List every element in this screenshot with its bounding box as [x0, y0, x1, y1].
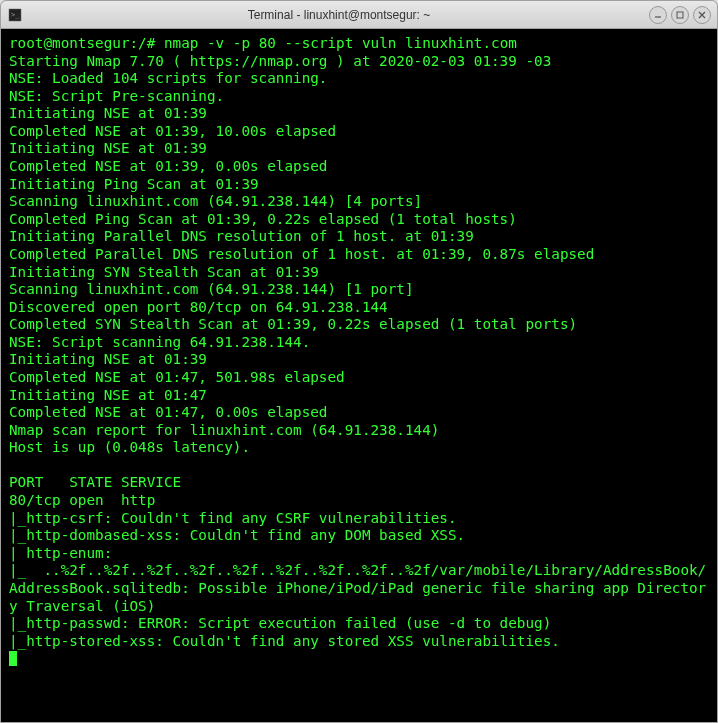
close-button[interactable] — [693, 6, 711, 24]
svg-rect-3 — [677, 12, 683, 18]
titlebar[interactable]: >_ Terminal - linuxhint@montsegur: ~ — [1, 1, 717, 29]
terminal-body[interactable]: root@montsegur:/# nmap -v -p 80 --script… — [1, 29, 717, 722]
command-text: nmap -v -p 80 --script vuln linuxhint.co… — [164, 35, 517, 51]
prompt-user: root@montsegur — [9, 35, 130, 51]
prompt-path: :/# — [130, 35, 156, 51]
app-icon: >_ — [7, 7, 23, 23]
maximize-button[interactable] — [671, 6, 689, 24]
window-controls — [649, 6, 711, 24]
terminal-window: >_ Terminal - linuxhint@montsegur: ~ roo… — [0, 0, 718, 723]
svg-text:>_: >_ — [11, 11, 20, 19]
cursor — [9, 651, 17, 666]
minimize-button[interactable] — [649, 6, 667, 24]
terminal-output: Starting Nmap 7.70 ( https://nmap.org ) … — [9, 53, 706, 649]
window-title: Terminal - linuxhint@montsegur: ~ — [29, 8, 649, 22]
